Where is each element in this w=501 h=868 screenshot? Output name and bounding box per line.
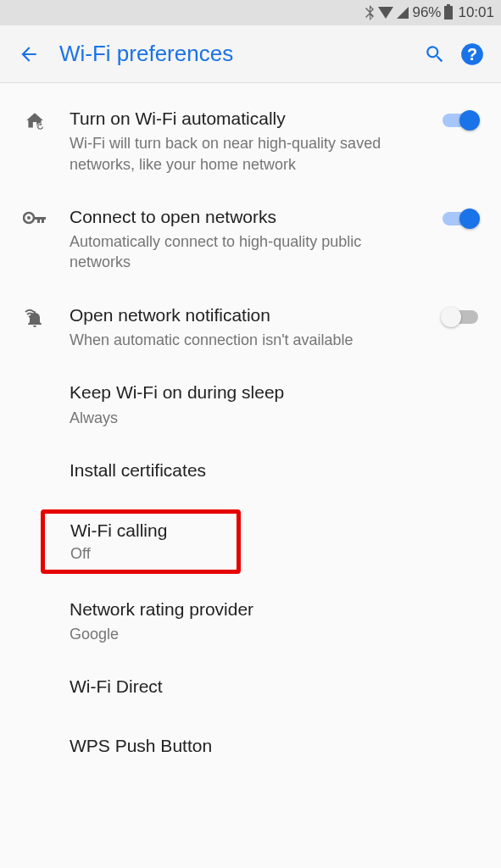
setting-title: Wi-Fi Direct [70, 675, 477, 698]
setting-wifi-calling[interactable]: Wi-Fi calling Off [41, 509, 241, 574]
home-refresh-icon [24, 110, 46, 132]
search-icon [424, 43, 446, 65]
app-bar: Wi-Fi preferences ? [0, 25, 501, 83]
setting-subtitle: Automatically connect to high-quality pu… [70, 231, 426, 273]
setting-wps-push[interactable]: WPS Push Button [0, 719, 501, 778]
arrow-back-icon [18, 43, 40, 65]
search-button[interactable] [416, 36, 454, 73]
settings-list: Turn on Wi-Fi automatically Wi-Fi will t… [0, 83, 501, 778]
setting-keep-on-sleep[interactable]: Keep Wi-Fi on during sleep Always [0, 365, 501, 443]
battery-icon [444, 6, 453, 19]
setting-title: Keep Wi-Fi on during sleep [70, 381, 477, 403]
setting-auto-wifi[interactable]: Turn on Wi-Fi automatically Wi-Fi will t… [0, 92, 501, 190]
battery-percentage: 96% [412, 4, 441, 21]
setting-title: WPS Push Button [70, 734, 477, 757]
setting-title: Connect to open networks [70, 205, 426, 228]
setting-title: Network rating provider [70, 598, 477, 620]
status-bar: 96% 10:01 [0, 0, 501, 25]
signal-icon [397, 7, 409, 19]
setting-install-certs[interactable]: Install certificates [0, 443, 501, 503]
setting-open-notif[interactable]: Open network notification When automatic… [0, 288, 501, 366]
setting-subtitle: Wi-Fi will turn back on near high-qualit… [70, 133, 426, 175]
setting-subtitle: When automatic connection isn't availabl… [70, 330, 426, 350]
help-icon: ? [460, 42, 484, 66]
svg-point-4 [27, 216, 31, 220]
setting-title: Install certificates [70, 459, 477, 481]
bluetooth-icon [365, 5, 375, 20]
wifi-triangle-icon [378, 7, 393, 19]
setting-subtitle: Google [70, 624, 477, 644]
svg-text:?: ? [467, 45, 477, 64]
setting-rating-provider[interactable]: Network rating provider Google [0, 582, 501, 660]
toggle-auto-wifi[interactable] [443, 114, 478, 127]
setting-subtitle: Off [70, 543, 233, 564]
setting-title: Turn on Wi-Fi automatically [70, 107, 426, 130]
bell-wifi-icon [24, 307, 46, 329]
setting-title: Open network notification [70, 303, 426, 326]
help-button[interactable]: ? [454, 36, 491, 73]
page-title: Wi-Fi preferences [47, 41, 416, 67]
setting-wifi-direct[interactable]: Wi-Fi Direct [0, 659, 501, 719]
key-icon [23, 209, 47, 227]
toggle-open-notif[interactable] [443, 310, 478, 324]
toggle-open-networks[interactable] [443, 212, 478, 225]
setting-title: Wi-Fi calling [70, 519, 233, 542]
setting-subtitle: Always [70, 408, 477, 428]
clock-time: 10:01 [458, 4, 494, 21]
setting-open-networks[interactable]: Connect to open networks Automatically c… [0, 190, 501, 288]
back-button[interactable] [10, 36, 47, 73]
